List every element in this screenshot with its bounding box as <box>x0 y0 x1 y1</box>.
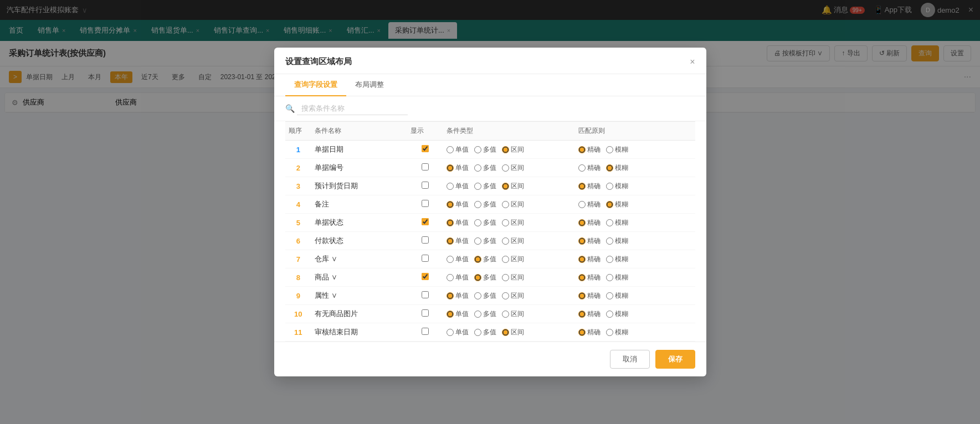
dialog-tabs: 查询字段设置 布局调整 <box>274 74 706 96</box>
tab-layout-adjust[interactable]: 布局调整 <box>346 74 393 96</box>
modal-overlay: 设置查询区域布局 × 查询字段设置 布局调整 🔍 顺序 条件名称 显示 条件类型 <box>0 0 980 117</box>
search-input[interactable] <box>297 102 408 115</box>
dialog-close-btn[interactable]: × <box>690 57 695 67</box>
dialog-search-area: 🔍 <box>274 96 706 117</box>
settings-dialog: 设置查询区域布局 × 查询字段设置 布局调整 🔍 顺序 条件名称 显示 条件类型 <box>274 48 706 117</box>
dialog-title: 设置查询区域布局 <box>285 56 352 67</box>
tab-query-fields[interactable]: 查询字段设置 <box>285 74 346 96</box>
dialog-header: 设置查询区域布局 × <box>274 48 706 74</box>
search-icon: 🔍 <box>285 104 295 113</box>
